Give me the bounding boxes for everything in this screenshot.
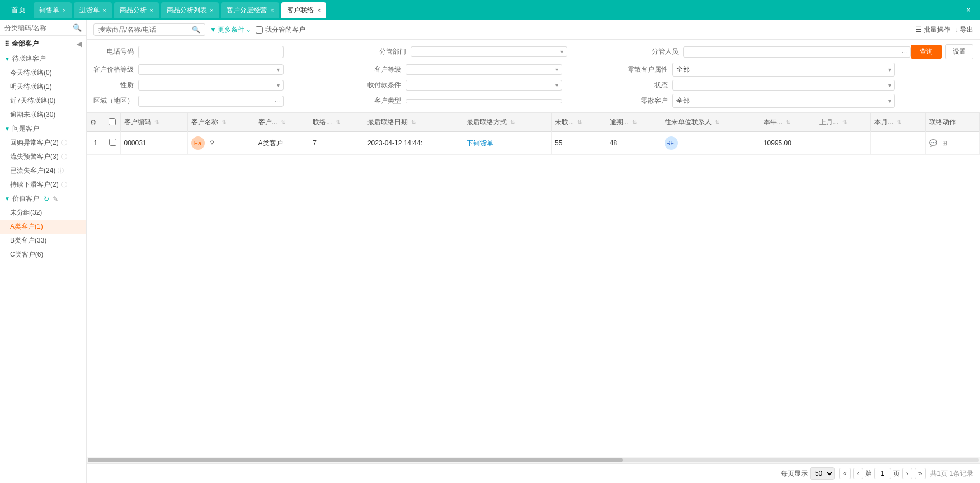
grid-action-icon[interactable]: ⊞ [942, 139, 948, 147]
page-size-select[interactable]: 50 [810, 467, 835, 480]
home-tab[interactable]: 首页 [4, 5, 32, 15]
chat-icon[interactable]: 💬 [929, 139, 937, 147]
page-number-input[interactable] [874, 468, 891, 479]
sort-icon[interactable]: ⇅ [281, 119, 285, 125]
nature-select[interactable]: ▾ [138, 80, 284, 91]
sidebar-item-7days-pending[interactable]: 近7天待联络(0) [0, 94, 86, 108]
select-all-checkbox[interactable] [109, 118, 116, 125]
tab-product-analysis-list[interactable]: 商品分析列表 × [161, 2, 219, 18]
sidebar-item-overdue[interactable]: 逾期未联络(30) [0, 108, 86, 122]
query-button[interactable]: 查询 [911, 45, 942, 59]
item-label: 已流失客户(24) [10, 166, 55, 176]
collapse-icon[interactable]: ◀ [77, 40, 82, 48]
row-last-month [816, 132, 871, 155]
sidebar-group-pending[interactable]: ▼ 待联络客户 [0, 52, 86, 66]
sidebar-item-class-b[interactable]: B类客户(33) [0, 234, 86, 248]
more-filters-button[interactable]: ▼ 更多条件 ⌄ [210, 25, 251, 35]
dept-select[interactable]: ▾ [411, 46, 567, 57]
sidebar-item-today-pending[interactable]: 今天待联络(0) [0, 66, 86, 80]
phone-input[interactable] [138, 46, 284, 58]
sidebar-item-churned[interactable]: 已流失客户(24) ⓘ [0, 164, 86, 178]
sort-icon[interactable]: ⇅ [897, 119, 901, 125]
sidebar-group-problem[interactable]: ▼ 问题客户 [0, 122, 86, 136]
scrollbar-track[interactable] [88, 458, 979, 462]
sidebar-item-tomorrow-pending[interactable]: 明天待联络(1) [0, 80, 86, 94]
tab-sales-order[interactable]: 销售单 × [34, 2, 72, 18]
filter-field-region: 区域（地区） ··· [93, 96, 361, 107]
region-select[interactable]: ··· [138, 96, 284, 107]
sort-icon[interactable]: ⇅ [510, 119, 515, 125]
payment-select[interactable]: ▾ [406, 80, 562, 91]
sidebar-item-class-c[interactable]: C类客户(6) [0, 248, 86, 262]
sort-icon[interactable]: ⇅ [336, 119, 340, 125]
sort-icon[interactable]: ⇅ [222, 119, 226, 125]
export-button[interactable]: ↓ 导出 [955, 25, 973, 35]
sidebar-group-value[interactable]: ▼ 价值客户 ↻ ✎ [0, 192, 86, 206]
next-page-button[interactable]: › [902, 468, 912, 479]
col-settings[interactable]: ⚙ [87, 113, 105, 132]
settings-button[interactable]: 设置 [945, 44, 973, 59]
search-icon[interactable]: 🔍 [73, 23, 82, 32]
horizontal-scrollbar[interactable] [87, 457, 980, 463]
retail-customer-label: 零散客户 [628, 96, 672, 106]
info-icon: ⓘ [61, 153, 67, 161]
sidebar-item-class-a[interactable]: A类客户(1) [0, 220, 86, 234]
close-icon[interactable]: × [103, 7, 106, 13]
close-icon[interactable]: × [270, 7, 274, 13]
last-method-link[interactable]: 下销货单 [467, 139, 493, 147]
manager-select[interactable]: ··· [683, 46, 911, 58]
sidebar-search-input[interactable] [4, 24, 70, 32]
first-page-button[interactable]: « [839, 468, 851, 479]
sidebar-item-ungrouped[interactable]: 未分组(32) [0, 206, 86, 220]
window-close-button[interactable]: × [962, 5, 976, 15]
sort-icon[interactable]: ⇅ [411, 119, 416, 125]
row-checkbox[interactable] [109, 139, 116, 146]
retail-attr-select[interactable]: 全部 ▾ [672, 63, 895, 77]
table-scroll-area[interactable]: ⚙ 客户编码 ⇅ 客户名称 ⇅ [87, 113, 980, 457]
search-icon[interactable]: 🔍 [192, 26, 200, 34]
main-layout: 🔍 ⠿ 全部客户 ◀ ▼ 待联络客户 今天待联络(0) 明天待联络(1) 近7天… [0, 20, 980, 483]
price-level-select[interactable]: ▾ [138, 64, 284, 75]
more-icon[interactable]: ··· [275, 98, 280, 105]
my-customers-checkbox[interactable]: 我分管的客户 [256, 25, 305, 35]
close-icon[interactable]: × [210, 7, 214, 13]
close-icon[interactable]: × [317, 7, 321, 13]
prev-page-button[interactable]: ‹ [853, 468, 863, 479]
status-select[interactable]: ▾ [672, 80, 895, 91]
manager-label: 分管人员 [638, 47, 683, 56]
close-icon[interactable]: × [150, 7, 153, 13]
last-page-button[interactable]: » [915, 468, 926, 479]
col-action: 联络动作 [925, 113, 979, 132]
close-icon[interactable]: × [63, 7, 66, 13]
customer-type-select[interactable] [406, 99, 562, 103]
sidebar-item-repurchase-abnormal[interactable]: 回购异常客户(2) ⓘ [0, 136, 86, 150]
filter-row-4: 区域（地区） ··· 客户类型 零散客户 全部 ▾ [93, 94, 973, 108]
batch-operations-button[interactable]: ☰ 批量操作 [916, 25, 950, 35]
item-label: 持续下滑客户(2) [10, 180, 59, 190]
retail-customer-select[interactable]: 全部 ▾ [672, 94, 895, 108]
tab-customer-segment[interactable]: 客户分层经营 × [221, 2, 279, 18]
sidebar-item-churn-warning[interactable]: 流失预警客户(3) ⓘ [0, 150, 86, 164]
search-input[interactable] [98, 26, 190, 34]
filter-field-dept: 分管部门 ▾ [366, 46, 638, 57]
sort-icon[interactable]: ⇅ [577, 119, 582, 125]
more-icon[interactable]: ··· [902, 49, 907, 55]
my-customers-check[interactable] [256, 26, 263, 34]
sort-icon[interactable]: ⇅ [786, 119, 790, 125]
edit-icon[interactable]: ✎ [53, 195, 58, 203]
customer-level-select[interactable]: ▾ [406, 64, 562, 75]
tab-product-analysis[interactable]: 商品分析 × [114, 2, 159, 18]
refresh-icon[interactable]: ↻ [44, 195, 49, 203]
sort-icon[interactable]: ⇅ [154, 119, 159, 125]
sidebar-item-declining[interactable]: 持续下滑客户(2) ⓘ [0, 178, 86, 192]
col-checkbox[interactable] [105, 113, 120, 132]
sort-icon[interactable]: ⇅ [715, 119, 719, 125]
scrollbar-thumb[interactable] [88, 458, 623, 462]
sort-icon[interactable]: ⇅ [842, 119, 847, 125]
sort-icon[interactable]: ⇅ [632, 119, 637, 125]
tab-purchase-order[interactable]: 进货单 × [74, 2, 112, 18]
search-bar: 🔍 [93, 23, 205, 36]
col-label: 逾期... [610, 118, 629, 126]
tab-customer-contact[interactable]: 客户联络 × [281, 2, 326, 18]
item-label: 逾期未联络(30) [10, 110, 55, 120]
